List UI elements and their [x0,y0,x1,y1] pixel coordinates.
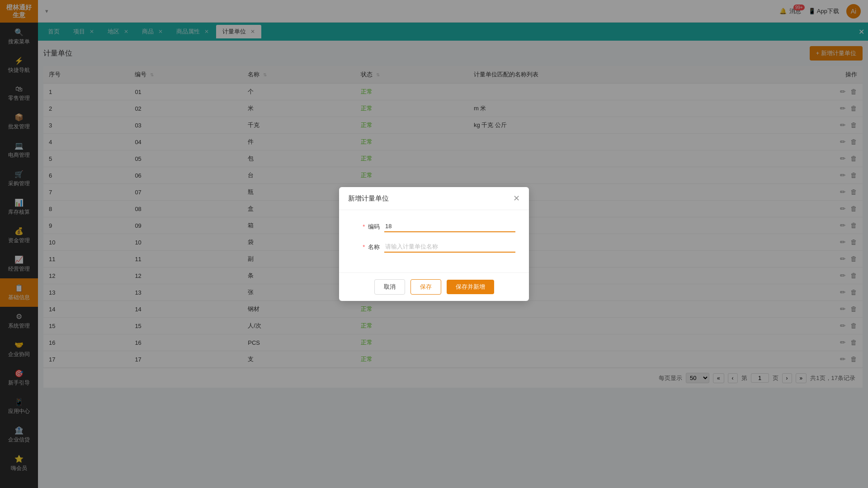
form-row-name: * 名称 [353,241,515,253]
modal-overlay: 新增计量单位 ✕ * 编码 * 名称 取消 保存 保存并新增 [0,0,868,488]
save-and-new-button[interactable]: 保存并新增 [447,280,494,294]
modal-header: 新增计量单位 ✕ [339,187,529,210]
modal-footer: 取消 保存 保存并新增 [339,272,529,301]
code-label: * 编码 [353,223,380,231]
modal-title: 新增计量单位 [348,194,389,203]
code-input[interactable] [384,221,515,232]
cancel-button[interactable]: 取消 [374,279,405,295]
code-required-mark: * [363,223,365,230]
save-button[interactable]: 保存 [410,279,441,295]
name-required-mark: * [363,244,365,250]
form-row-code: * 编码 [353,221,515,232]
name-label: * 名称 [353,243,380,251]
modal-body: * 编码 * 名称 [339,210,529,272]
name-input[interactable] [384,241,515,253]
modal-close-button[interactable]: ✕ [513,193,520,203]
add-measure-unit-modal: 新增计量单位 ✕ * 编码 * 名称 取消 保存 保存并新增 [339,187,529,301]
